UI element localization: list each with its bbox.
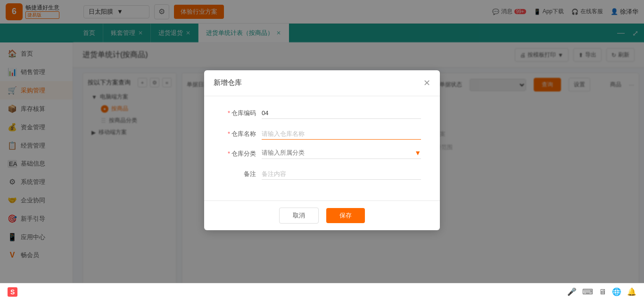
dialog-close-icon[interactable]: ✕ <box>423 78 430 88</box>
dialog-footer: 取消 保存 <box>204 200 440 230</box>
brand-icon: S <box>8 287 17 297</box>
code-label: 仓库编码 <box>223 109 256 117</box>
name-label: 仓库名称 <box>223 130 256 138</box>
form-row-note: 备注 <box>223 168 421 180</box>
dialog-header: 新增仓库 ✕ <box>204 70 440 96</box>
bottom-bar: S 🎤 ⌨ 🖥 🌐 🔔 <box>0 283 644 300</box>
dialog-title: 新增仓库 <box>214 78 242 87</box>
category-input[interactable] <box>262 149 414 156</box>
microphone-icon[interactable]: 🎤 <box>567 287 577 296</box>
notification-icon[interactable]: 🔔 <box>627 287 636 296</box>
save-button[interactable]: 保存 <box>326 208 365 223</box>
form-row-name: 仓库名称 <box>223 128 421 140</box>
keyboard-icon[interactable]: ⌨ <box>582 287 593 296</box>
add-warehouse-dialog: 新增仓库 ✕ 仓库编码 仓库名称 仓库分类 ▼ <box>204 70 440 230</box>
cancel-button[interactable]: 取消 <box>279 208 319 224</box>
form-row-code: 仓库编码 <box>223 108 421 119</box>
note-input[interactable] <box>262 168 421 180</box>
bottom-brand: S <box>8 287 17 297</box>
display-icon[interactable]: 🖥 <box>599 288 606 296</box>
dialog-body: 仓库编码 仓库名称 仓库分类 ▼ 备注 <box>204 96 440 200</box>
dialog-overlay: 新增仓库 ✕ 仓库编码 仓库名称 仓库分类 ▼ <box>0 0 644 300</box>
network-icon[interactable]: 🌐 <box>612 287 621 296</box>
category-select-wrap: ▼ <box>262 149 421 159</box>
name-input[interactable] <box>262 128 421 140</box>
category-label: 仓库分类 <box>223 150 256 158</box>
code-input[interactable] <box>262 108 421 119</box>
note-label: 备注 <box>223 170 256 178</box>
form-row-category: 仓库分类 ▼ <box>223 149 421 159</box>
category-dropdown-icon[interactable]: ▼ <box>414 149 421 157</box>
